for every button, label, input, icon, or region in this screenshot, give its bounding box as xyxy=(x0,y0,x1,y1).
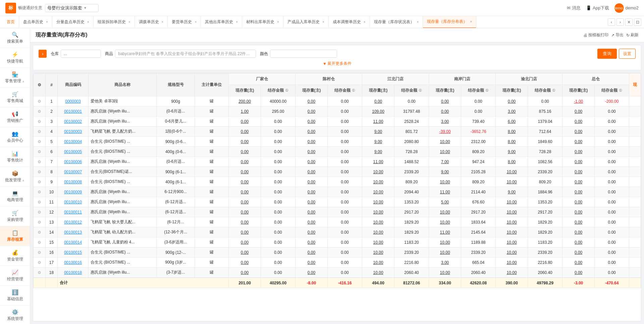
nav-expand-btn[interactable]: ⊡ xyxy=(634,18,641,26)
cell-code[interactable]: 00100010 xyxy=(58,197,89,207)
cell-index: 5 xyxy=(46,137,58,147)
page-actions: 🖨 按模板打印 ↗ 导出 ↻ 刷新 xyxy=(583,32,639,38)
filter-collapse-btn[interactable]: › xyxy=(39,50,47,58)
search-button[interactable]: 查询 xyxy=(597,49,617,59)
th-settings[interactable]: ⚙ xyxy=(34,74,46,96)
nav-tab[interactable]: 分量盘点单历史× xyxy=(52,16,94,28)
sidebar-icon: 💻 xyxy=(1,190,29,196)
cell-nanan-qty: 10.00 xyxy=(429,268,461,278)
tab-close-icon[interactable]: × xyxy=(322,20,324,24)
sidebar-item-搜索英单[interactable]: 🔍搜索英单 xyxy=(0,28,30,48)
tab-close-icon[interactable]: × xyxy=(470,20,472,24)
app-download-btn[interactable]: 📱 App下载 xyxy=(586,5,609,11)
cell-code[interactable]: 00100004 xyxy=(58,137,89,147)
cell-jiangbei-amt: 801.72 xyxy=(394,127,429,137)
setting-button[interactable]: 设置 xyxy=(619,49,636,59)
nav-tabs-bar: 首页盘点单历史×分量盘点单历史×组装拆卸单历史×调拨单历史×要货单历史×其他出库… xyxy=(0,16,644,28)
nav-tab[interactable]: 其他出库单历史× xyxy=(201,16,242,28)
cell-settings: ⚙ xyxy=(34,247,46,258)
print-action[interactable]: 🖨 按模板打印 xyxy=(583,32,608,38)
refresh-action[interactable]: ↻ 刷新 xyxy=(626,32,639,38)
cell-factory-amt: 0.00 xyxy=(261,197,295,207)
sidebar-item-库存核算[interactable]: 📋库存核算 xyxy=(0,226,30,246)
tab-close-icon[interactable]: × xyxy=(364,20,366,24)
color-input[interactable] xyxy=(270,50,337,58)
nav-tab[interactable]: 盘点单历史× xyxy=(19,16,52,28)
tab-close-icon[interactable]: × xyxy=(236,20,238,24)
sidebar-item-资金管理[interactable]: 💰资金管理 xyxy=(0,246,30,266)
cell-code[interactable]: 00100006 xyxy=(58,157,89,167)
sidebar-item-零售商城[interactable]: 🛒零售商城 xyxy=(0,88,30,107)
footer-settings xyxy=(34,278,46,288)
user-area[interactable]: demo2 demo2 xyxy=(614,3,639,13)
tab-close-icon[interactable]: × xyxy=(46,20,48,24)
cell-name: 飞鹤星飞帆 较大婴儿配... xyxy=(89,217,157,227)
cell-factory-qty: 0.00 xyxy=(229,258,261,268)
footer-chencun-amt: -416.16 xyxy=(327,278,362,288)
nav-close-btn[interactable]: ✕ xyxy=(625,18,633,26)
export-action[interactable]: ↗ 导出 xyxy=(611,32,624,38)
nav-tab[interactable]: 组装拆卸单历史× xyxy=(94,16,135,28)
cell-spec: 900g (6-1... xyxy=(157,167,195,177)
nav-tab[interactable]: 首页 xyxy=(3,16,19,28)
tab-close-icon[interactable]: × xyxy=(277,20,279,24)
nav-tab[interactable]: 要货单历史× xyxy=(168,16,201,28)
cell-code[interactable]: 00100011 xyxy=(58,207,89,217)
cell-code[interactable]: 00100007 xyxy=(58,167,89,177)
sidebar-item-电商管理[interactable]: 💻电商管理 xyxy=(0,187,30,206)
cell-code[interactable]: 00100003 xyxy=(58,127,89,137)
cell-spec: 0-6月婴儿... xyxy=(157,117,195,127)
cell-total-amt: 0.00 xyxy=(595,247,629,258)
cell-code[interactable]: 00100016 xyxy=(58,258,89,268)
tab-close-icon[interactable]: × xyxy=(417,20,419,24)
warehouse-input[interactable] xyxy=(61,50,101,58)
message-btn[interactable]: ✉ 消息 xyxy=(567,5,581,11)
cell-code[interactable]: 00100013 xyxy=(58,227,89,237)
cell-total-qty: -1.00 xyxy=(562,96,595,106)
tab-close-icon[interactable]: × xyxy=(87,20,89,24)
th-chencun-wh: 陈村仓 xyxy=(296,74,362,85)
product-input[interactable] xyxy=(115,50,256,58)
cell-code[interactable]: 00100015 xyxy=(58,247,89,258)
cell-chencun-amt: 0.00 xyxy=(327,157,362,167)
sidebar-item-营销推广[interactable]: 📢营销推广 xyxy=(0,107,30,127)
cell-chencun-qty: 0.00 xyxy=(296,268,328,278)
sidebar-item-快捷导航[interactable]: ⚡快捷导航 xyxy=(0,48,30,68)
expand-conditions-btn[interactable]: ▼ 展开更多条件 xyxy=(323,61,352,66)
cell-code[interactable]: 00100005 xyxy=(58,147,89,157)
warehouse-filter: 仓库 xyxy=(51,50,101,58)
industry-selector[interactable]: 母婴行业演示陈套 ▼ xyxy=(45,4,99,12)
cell-settings: ⚙ xyxy=(34,227,46,237)
nav-next-btn[interactable]: › xyxy=(616,18,624,26)
nav-tab[interactable]: 现存量（库存状况表）× xyxy=(370,16,423,28)
th-name: 商品名称 xyxy=(89,74,157,96)
tab-close-icon[interactable]: × xyxy=(195,20,197,24)
cell-code[interactable]: 00100014 xyxy=(58,237,89,247)
sidebar-item-零售统计[interactable]: 📊零售统计 xyxy=(0,147,30,167)
cell-code[interactable]: 00100012 xyxy=(58,217,89,227)
sidebar-item-批发管理[interactable]: 📦批发管理 ▲ xyxy=(0,167,30,187)
sidebar-item-会员中心[interactable]: 👥会员中心 xyxy=(0,127,30,147)
nav-tab[interactable]: 产成品入库单历史× xyxy=(283,16,329,28)
cell-chencun-qty: 0.00 xyxy=(296,177,328,187)
sidebar-item-系统管理[interactable]: ⚙️系统管理 xyxy=(0,306,30,324)
tab-close-icon[interactable]: × xyxy=(162,20,164,24)
cell-code[interactable]: 00100018 xyxy=(58,268,89,278)
cell-code[interactable]: 00100001 xyxy=(58,106,89,117)
nav-tab[interactable]: 材料出库单历史× xyxy=(242,16,283,28)
cell-code[interactable]: 0000003 xyxy=(58,96,89,106)
nav-prev-btn[interactable]: ‹ xyxy=(608,18,615,26)
cell-code[interactable]: 00100008 xyxy=(58,177,89,187)
sidebar-icon: 📋 xyxy=(1,230,29,236)
sidebar-item-采购管理[interactable]: 🛒采购管理 xyxy=(0,206,30,226)
sidebar-item-零售管理[interactable]: 🏪零售管理 ▲ xyxy=(0,68,30,88)
nav-tab[interactable]: 成本调整单历史× xyxy=(329,16,370,28)
nav-tab[interactable]: 现存量（库存分布表）× xyxy=(423,16,476,28)
cell-code[interactable]: 00100009 xyxy=(58,187,89,197)
sidebar-item-基础信息[interactable]: ℹ️基础信息 xyxy=(0,286,30,306)
sidebar-item-经营管理[interactable]: 📈经营管理 xyxy=(0,266,30,286)
nav-tab[interactable]: 调拨单历史× xyxy=(135,16,168,28)
cell-chencun-amt: 0.00 xyxy=(327,127,362,137)
tab-close-icon[interactable]: × xyxy=(128,20,130,24)
cell-code[interactable]: 00100002 xyxy=(58,117,89,127)
